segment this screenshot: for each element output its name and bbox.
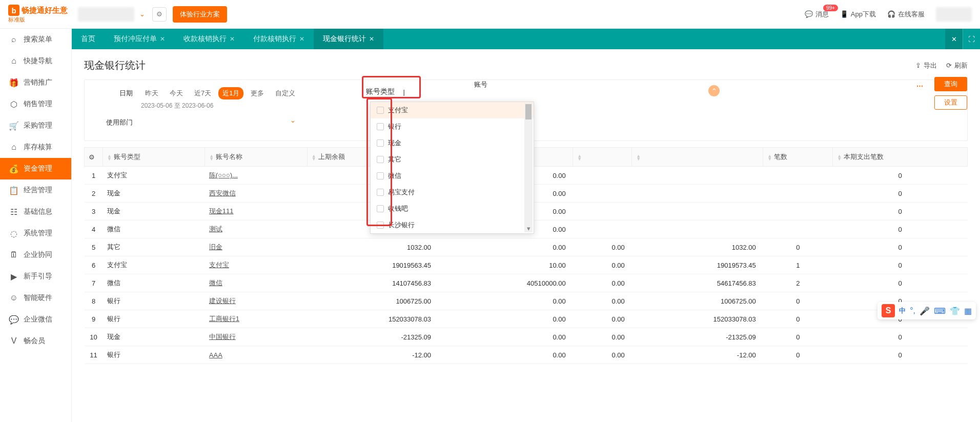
export-button[interactable]: ⇪ 导出	[915, 61, 937, 70]
cell-name-link[interactable]: 中国银行	[205, 328, 307, 346]
sort-icon[interactable]: ▲▼	[312, 154, 316, 160]
tab[interactable]: 收款核销执行✕	[174, 29, 244, 49]
tab[interactable]: 现金银行统计✕	[314, 29, 383, 49]
checkbox[interactable]	[377, 189, 384, 196]
cell-name-link[interactable]: 旧金	[205, 238, 307, 256]
sidebar-item[interactable]: ◌系统管理	[0, 223, 71, 244]
date-chip[interactable]: 今天	[166, 87, 187, 99]
sort-icon[interactable]: ▲▼	[767, 154, 772, 160]
dropdown-option[interactable]: 长沙银行	[371, 217, 534, 233]
date-chip[interactable]: 近1月	[218, 87, 243, 99]
app-download-link[interactable]: 📱 App下载	[840, 10, 876, 19]
sidebar-item[interactable]: 🎁营销推广	[0, 72, 71, 93]
date-chip[interactable]: 昨天	[141, 87, 162, 99]
cell-name-link[interactable]: 建设银行	[205, 292, 307, 310]
gear-column-header[interactable]: ⚙	[85, 148, 103, 167]
org-chevron-icon[interactable]: ⌄	[139, 10, 145, 18]
ime-logo-icon[interactable]: S	[882, 304, 895, 317]
cell-name-link[interactable]: 微信	[205, 274, 307, 292]
dropdown-option[interactable]: 收钱吧	[371, 200, 534, 217]
query-button[interactable]: 查询	[934, 77, 967, 91]
column-header[interactable]: ▲▼本期支出笔数	[833, 148, 968, 167]
settings-gear-button[interactable]: ⚙	[152, 7, 167, 22]
dropdown-option[interactable]: 微信	[371, 168, 534, 184]
dropdown-option[interactable]: 支付宝	[371, 102, 534, 118]
sidebar-item[interactable]: ▶新手引导	[0, 266, 71, 287]
checkbox[interactable]	[377, 205, 384, 212]
sidebar-item[interactable]: 📋经营管理	[0, 179, 71, 201]
nav-icon: 📋	[9, 186, 18, 195]
dropdown-option[interactable]: 其它	[371, 151, 534, 168]
ime-skin-icon[interactable]: 👕	[950, 306, 960, 316]
dropdown-option[interactable]: 易宝支付	[371, 184, 534, 200]
cell-name-link[interactable]: 工商银行1	[205, 310, 307, 328]
trial-button[interactable]: 体验行业方案	[173, 6, 227, 23]
column-header[interactable]: ▲▼账号类型	[103, 148, 205, 167]
sort-icon[interactable]: ▲▼	[837, 154, 842, 160]
sort-icon[interactable]: ▲▼	[577, 154, 582, 160]
sort-icon[interactable]: ▲▼	[636, 154, 641, 160]
dropdown-scrollbar[interactable]: ▾	[524, 103, 533, 232]
sort-icon[interactable]: ▲▼	[209, 154, 214, 160]
tab-close-icon[interactable]: ✕	[369, 35, 374, 43]
messages-link[interactable]: 💬 消息 99+	[805, 10, 829, 19]
checkbox[interactable]	[377, 123, 384, 130]
tab-close-icon[interactable]: ✕	[160, 35, 165, 43]
dropdown-option[interactable]: 现金	[371, 135, 534, 151]
ime-punct-icon[interactable]: °,	[910, 306, 915, 315]
sidebar-item[interactable]: ☺智能硬件	[0, 287, 71, 309]
cell-name-link[interactable]: 陈(○○○)...	[205, 167, 307, 185]
sort-icon[interactable]: ▲▼	[107, 154, 112, 160]
ime-lang[interactable]: 中	[899, 306, 906, 315]
sidebar-item[interactable]: ☷基础信息	[0, 201, 71, 223]
checkbox[interactable]	[377, 172, 384, 179]
support-link[interactable]: 🎧 在线客服	[887, 10, 925, 19]
sidebar-item[interactable]: ⌕搜索菜单	[0, 29, 71, 50]
sidebar-item[interactable]: 💰资金管理	[0, 158, 71, 179]
sidebar-item[interactable]: ⬡销售管理	[0, 93, 71, 115]
checkbox[interactable]	[377, 222, 384, 229]
dept-select[interactable]: ⌄	[141, 116, 300, 125]
column-header[interactable]: ▲▼账号名称	[205, 148, 307, 167]
sidebar-item[interactable]: V畅会员	[0, 330, 71, 352]
close-tab-button[interactable]: ✕	[945, 29, 963, 49]
user-avatar-blurred[interactable]	[936, 7, 972, 22]
date-chip[interactable]: 近7天	[190, 87, 215, 99]
cell-name-link[interactable]: 测试	[205, 220, 307, 238]
sidebar-item[interactable]: 🗓企业协同	[0, 244, 71, 266]
checkbox[interactable]	[377, 107, 384, 114]
column-header[interactable]: ▲▼	[573, 148, 632, 167]
sidebar-item[interactable]: ⌂快捷导航	[0, 50, 71, 72]
ime-toolbox-icon[interactable]: ▦	[964, 306, 972, 316]
tab-close-icon[interactable]: ✕	[230, 35, 235, 43]
settings-button[interactable]: 设置	[934, 95, 967, 110]
sidebar-item[interactable]: ⌂库存核算	[0, 136, 71, 158]
column-header[interactable]: ▲▼笔数	[763, 148, 833, 167]
cell-name-link[interactable]: 现金111	[205, 203, 307, 220]
cell-name-link[interactable]: AAA	[205, 346, 307, 364]
dropdown-option[interactable]: 银行	[371, 118, 534, 135]
scrollbar-thumb[interactable]	[525, 104, 532, 119]
sidebar-item[interactable]: 🛒采购管理	[0, 115, 71, 136]
ime-mic-icon[interactable]: 🎤	[920, 306, 930, 316]
more-dots[interactable]: ⋯	[916, 77, 924, 90]
cell-type: 现金	[103, 185, 205, 203]
tab-close-icon[interactable]: ✕	[299, 35, 304, 43]
scrollbar-down-icon[interactable]: ▾	[524, 224, 533, 232]
date-chip[interactable]: 更多	[247, 87, 268, 99]
date-chip[interactable]: 自定义	[271, 87, 299, 99]
tab[interactable]: 付款核销执行✕	[244, 29, 314, 49]
refresh-button[interactable]: ⟳ 刷新	[946, 61, 968, 70]
ime-keyboard-icon[interactable]: ⌨	[934, 306, 946, 316]
collapse-toggle[interactable]: ⌃	[708, 85, 720, 96]
column-header[interactable]: ▲▼	[632, 148, 763, 167]
tab[interactable]: 首页	[72, 29, 105, 49]
sidebar-item[interactable]: 💬企业微信	[0, 309, 71, 330]
expand-button[interactable]: ⛶	[963, 29, 980, 49]
cell-name-link[interactable]: 西安微信	[205, 185, 307, 203]
checkbox[interactable]	[377, 156, 384, 163]
cell-prev: -21325.09	[307, 328, 438, 346]
checkbox[interactable]	[377, 139, 384, 147]
tab[interactable]: 预付冲应付单✕	[105, 29, 174, 49]
cell-name-link[interactable]: 支付宝	[205, 256, 307, 274]
